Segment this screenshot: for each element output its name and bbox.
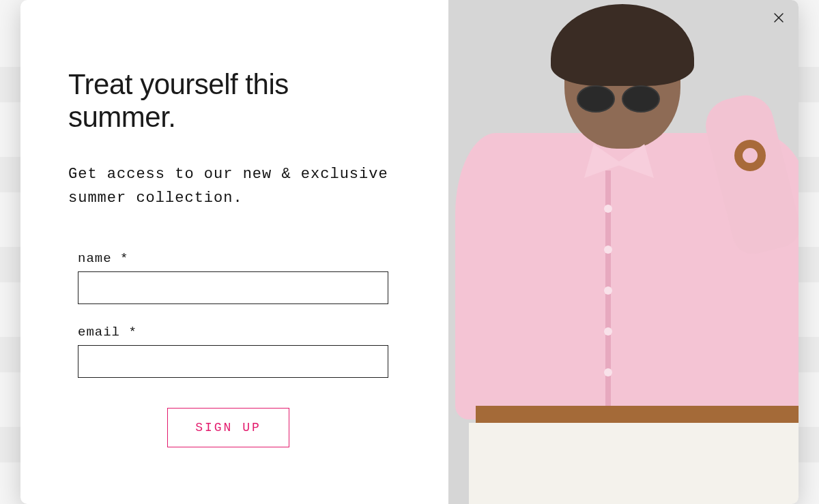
name-field-group: name * (68, 251, 388, 304)
signup-button[interactable]: SIGN UP (167, 408, 289, 447)
submit-wrap: SIGN UP (68, 408, 379, 447)
email-field-group: email * (68, 325, 388, 378)
signup-modal: Treat yourself this summer. Get access t… (20, 0, 799, 504)
name-label: name * (78, 251, 388, 266)
image-pane (448, 0, 799, 504)
hero-illustration (448, 0, 799, 504)
modal-headline: Treat yourself this summer. (68, 68, 401, 134)
signup-form: name * email * SIGN UP (68, 251, 401, 447)
name-input[interactable] (78, 271, 388, 304)
email-label: email * (78, 325, 388, 340)
form-pane: Treat yourself this summer. Get access t… (20, 0, 448, 504)
modal-subhead: Get access to our new & exclusive summer… (68, 162, 401, 210)
email-input[interactable] (78, 345, 388, 378)
